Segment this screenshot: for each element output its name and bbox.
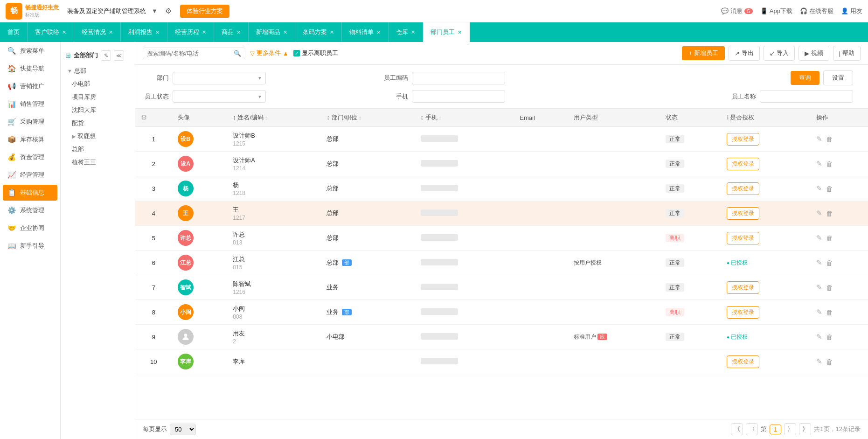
show-resigned-toggle[interactable]: ✓ 显示离职员工 bbox=[293, 49, 338, 57]
app-download-btn[interactable]: 📱 App下载 bbox=[760, 7, 792, 15]
dept-node-xiangmu[interactable]: 项目库房 bbox=[61, 91, 135, 104]
tab-operation[interactable]: 经营情况 ✕ bbox=[74, 22, 121, 42]
reset-btn[interactable]: 设置 bbox=[823, 70, 853, 85]
auth-btn[interactable]: 授权登录 bbox=[727, 232, 759, 244]
auth-btn[interactable]: 授权登录 bbox=[727, 158, 759, 170]
dept-node-shenyang[interactable]: 沈阳大库 bbox=[61, 104, 135, 117]
edit-icon[interactable]: ✎ bbox=[816, 160, 822, 168]
auth-btn[interactable]: 授权登录 bbox=[727, 306, 759, 319]
message-btn[interactable]: 💬 消息 5 bbox=[721, 7, 753, 15]
delete-icon[interactable]: 🗑 bbox=[826, 358, 833, 366]
user-btn[interactable]: 👤 用友 bbox=[841, 7, 862, 15]
search-magnifier-icon[interactable]: 🔍 bbox=[234, 50, 241, 57]
dept-tree-edit-btn[interactable]: ✎ bbox=[101, 50, 111, 61]
th-name-code[interactable]: ↕ 姓名/编码 bbox=[227, 109, 321, 127]
more-filter-btn[interactable]: ▽ 更多条件 ▲ bbox=[250, 49, 289, 57]
edit-icon[interactable]: ✎ bbox=[816, 135, 822, 143]
prev-page-btn[interactable]: 〈 bbox=[746, 423, 758, 435]
edit-icon[interactable]: ✎ bbox=[816, 333, 822, 341]
page-size-select[interactable]: 50 100 200 bbox=[170, 424, 196, 435]
help-btn[interactable]: | 帮助 bbox=[833, 46, 861, 61]
edit-icon[interactable]: ✎ bbox=[816, 234, 822, 242]
tab-bom[interactable]: 物料清单 ✕ bbox=[342, 22, 389, 42]
sidebar-item-inventory[interactable]: 📦 库存核算 bbox=[0, 131, 60, 148]
info-icon[interactable]: ℹ bbox=[727, 114, 729, 121]
dept-node-shuanglu[interactable]: ▶双鹿想 bbox=[61, 130, 135, 143]
tab-barcode[interactable]: 条码方案 ✕ bbox=[295, 22, 342, 42]
th-phone[interactable]: ↕ 手机 bbox=[415, 109, 514, 127]
delete-icon[interactable]: 🗑 bbox=[826, 160, 833, 168]
tab-customer-close[interactable]: ✕ bbox=[62, 29, 66, 35]
sidebar-item-marketing[interactable]: 📢 营销推广 bbox=[0, 77, 60, 95]
sidebar-item-finance[interactable]: 💰 资金管理 bbox=[0, 148, 60, 166]
dept-node-peihuo[interactable]: 配货 bbox=[61, 117, 135, 130]
sidebar-item-nav[interactable]: 🏠 快捷导航 bbox=[0, 60, 60, 77]
tab-employees-close[interactable]: ✕ bbox=[458, 29, 462, 35]
filter-emp-code-input[interactable] bbox=[412, 72, 505, 84]
tab-bom-close[interactable]: ✕ bbox=[376, 29, 381, 35]
trial-btn[interactable]: 体验行业方案 bbox=[180, 5, 229, 18]
gear-icon[interactable]: ⚙ bbox=[165, 7, 172, 15]
delete-icon[interactable]: 🗑 bbox=[826, 185, 833, 193]
tab-profit[interactable]: 利润报告 ✕ bbox=[121, 22, 167, 42]
last-page-btn[interactable]: 》 bbox=[799, 423, 811, 435]
view-btn[interactable]: ▶ 视频 bbox=[799, 46, 829, 61]
edit-icon[interactable]: ✎ bbox=[816, 209, 822, 217]
next-page-btn[interactable]: 〉 bbox=[784, 423, 796, 435]
sidebar-item-collab[interactable]: 🤝 企业协同 bbox=[0, 219, 60, 237]
delete-icon[interactable]: 🗑 bbox=[826, 259, 833, 267]
delete-icon[interactable]: 🗑 bbox=[826, 333, 833, 341]
tab-warehouse[interactable]: 仓库 ✕ bbox=[389, 22, 423, 42]
export-btn[interactable]: ↗ 导出 bbox=[729, 46, 760, 61]
edit-icon[interactable]: ✎ bbox=[816, 308, 822, 316]
sidebar-item-purchase[interactable]: 🛒 采购管理 bbox=[0, 113, 60, 131]
delete-icon[interactable]: 🗑 bbox=[826, 135, 833, 143]
edit-icon[interactable]: ✎ bbox=[816, 357, 822, 366]
sidebar-item-management[interactable]: 📈 经营管理 bbox=[0, 166, 60, 184]
auth-btn[interactable]: 授权登录 bbox=[727, 281, 759, 294]
th-dept-position[interactable]: ↕ 部门/职位 bbox=[321, 109, 415, 127]
edit-icon[interactable]: ✎ bbox=[816, 184, 822, 193]
sidebar-item-guide[interactable]: 📖 新手引导 bbox=[0, 237, 60, 255]
add-employee-btn[interactable]: + 新增员工 bbox=[682, 46, 724, 60]
edit-icon[interactable]: ✎ bbox=[816, 283, 822, 292]
dept-node-xiao-dian[interactable]: 小电部 bbox=[61, 77, 135, 91]
import-btn[interactable]: ↙ 导入 bbox=[764, 46, 795, 61]
search-btn[interactable]: 查询 bbox=[791, 71, 819, 85]
tab-goods[interactable]: 商品 ✕ bbox=[214, 22, 249, 42]
filter-phone-input[interactable] bbox=[412, 90, 505, 103]
auth-btn[interactable]: 授权登录 bbox=[727, 182, 759, 195]
dept-node-headquarter-parent[interactable]: ▼总部 bbox=[61, 64, 135, 77]
dept-node-zhishu[interactable]: 植树王三 bbox=[61, 156, 135, 169]
auth-btn[interactable]: 授权登录 bbox=[727, 355, 759, 368]
tab-new-goods-close[interactable]: ✕ bbox=[283, 29, 287, 35]
delete-icon[interactable]: 🗑 bbox=[826, 234, 833, 242]
tab-new-goods[interactable]: 新增商品 ✕ bbox=[249, 22, 295, 42]
first-page-btn[interactable]: 《 bbox=[731, 423, 743, 435]
filter-dept-select[interactable] bbox=[173, 72, 266, 84]
delete-icon[interactable]: 🗑 bbox=[826, 284, 833, 292]
tab-goods-close[interactable]: ✕ bbox=[236, 29, 241, 35]
tab-employees[interactable]: 部门员工 ✕ bbox=[423, 22, 470, 42]
sidebar-item-search[interactable]: 🔍 搜索菜单 bbox=[0, 42, 60, 60]
delete-icon[interactable]: 🗑 bbox=[826, 308, 833, 316]
tab-history[interactable]: 经营历程 ✕ bbox=[167, 22, 214, 42]
filter-status-select[interactable] bbox=[173, 90, 266, 103]
online-service-btn[interactable]: 🎧 在线客服 bbox=[800, 7, 833, 15]
auth-btn[interactable]: 授权登录 bbox=[727, 133, 759, 146]
auth-btn[interactable]: 授权登录 bbox=[727, 207, 759, 220]
table-gear-icon[interactable]: ⚙ bbox=[141, 113, 147, 121]
dept-node-zongbu[interactable]: 总部 bbox=[61, 143, 135, 156]
dept-tree-collapse-btn[interactable]: ≪ bbox=[114, 50, 124, 61]
search-input[interactable] bbox=[147, 50, 231, 57]
filter-emp-name-input[interactable] bbox=[760, 90, 853, 103]
sidebar-item-basic[interactable]: 📋 基础信息 bbox=[3, 185, 57, 201]
tab-operation-close[interactable]: ✕ bbox=[109, 29, 113, 35]
tab-customer[interactable]: 客户联络 ✕ bbox=[28, 22, 74, 42]
delete-icon[interactable]: 🗑 bbox=[826, 209, 833, 217]
sidebar-item-sales[interactable]: 📊 销售管理 bbox=[0, 95, 60, 113]
edit-icon[interactable]: ✎ bbox=[816, 258, 822, 267]
tab-profit-close[interactable]: ✕ bbox=[155, 29, 160, 35]
tab-history-close[interactable]: ✕ bbox=[202, 29, 206, 35]
sys-dropdown-icon[interactable]: ▼ bbox=[152, 7, 158, 14]
